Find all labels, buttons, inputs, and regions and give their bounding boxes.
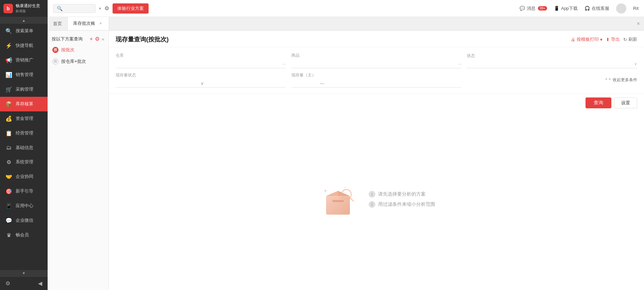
topbar: 🔍 ▾ ⚙ 体验行业方案 💬 消息 99+ 📱 App下载 🎧 在线客服 Rit: [48, 0, 644, 17]
finance-icon: 💰: [5, 115, 12, 122]
topbar-right: 💬 消息 99+ 📱 App下载 🎧 在线客服 Rit: [520, 3, 639, 14]
product-label: 商品: [291, 53, 462, 58]
inventory-icon: 📦: [5, 101, 12, 107]
scheme-dot-active: 按: [52, 47, 58, 53]
svg-marker-2: [338, 191, 350, 196]
sidebar-item-basic[interactable]: 🗂 基础信息: [0, 141, 48, 155]
message-badge: 99+: [538, 6, 547, 11]
sidebar-item-marketing[interactable]: 📢 营销推广: [0, 53, 48, 68]
warehouse-more-icon[interactable]: ···: [282, 61, 286, 67]
status-filter: 状态 ∨: [467, 53, 637, 68]
basic-icon: 🗂: [5, 145, 12, 151]
vip-icon: ♛: [5, 232, 12, 238]
sidebar-item-vip[interactable]: ♛ 畅会员: [0, 228, 48, 242]
inventory-qty-to[interactable]: [326, 81, 353, 86]
search-input[interactable]: [65, 6, 92, 11]
empty-step-2: 2 用过滤条件来缩小分析范围: [369, 201, 435, 208]
query-button[interactable]: 查询: [586, 97, 611, 108]
sidebar-item-inventory[interactable]: 📦 库存核算: [0, 97, 48, 111]
user-name[interactable]: Rit: [633, 6, 639, 11]
sidebar-item-search[interactable]: 🔍 搜索菜单: [0, 24, 48, 38]
product-input-wrapper[interactable]: ···: [291, 60, 462, 68]
sidebar-header: b 畅康通好生意 标准版: [0, 0, 48, 17]
print-template-button[interactable]: 🖨 按模板打印 ▾: [571, 36, 603, 42]
refresh-button[interactable]: ↻ 刷新: [623, 36, 637, 42]
collapse-scheme-icon[interactable]: «: [102, 36, 104, 42]
sidebar-item-sales[interactable]: 📊 销售管理: [0, 68, 48, 82]
settings-button[interactable]: 设置: [614, 97, 637, 108]
step-circle-1: 1: [369, 191, 375, 198]
sidebar-item-purchase[interactable]: 🛒 采购管理: [0, 82, 48, 97]
print-dropdown-icon[interactable]: ▾: [600, 37, 603, 42]
app-download-button[interactable]: 📱 App下载: [554, 5, 578, 12]
tab-close-icon[interactable]: ×: [98, 21, 103, 26]
message-icon: 💬: [520, 6, 525, 11]
svg-marker-1: [326, 191, 338, 196]
export-button[interactable]: ⬆ 导出: [606, 36, 620, 42]
scheme-item-by-warehouse-batch[interactable]: 按 按仓库+批次: [48, 56, 108, 67]
sidebar-item-operations[interactable]: 📋 经营管理: [0, 126, 48, 141]
settings-scheme-icon[interactable]: ⚙: [95, 36, 100, 42]
trial-button[interactable]: 体验行业方案: [113, 3, 149, 14]
collapse-filter-button[interactable]: ⌃⌃ 收起更多条件: [605, 76, 637, 84]
page-header-actions: 🖨 按模板打印 ▾ ⬆ 导出 ↻ 刷新: [571, 36, 637, 42]
tabs-bar: 首页 库存批次账 × ×: [48, 17, 644, 31]
warehouse-input-wrapper[interactable]: ···: [116, 60, 286, 68]
filter-row-2: 现存量状态 ∨ 现存量（主） —: [116, 72, 637, 88]
sidebar-item-newbie[interactable]: 🎯 新手引导: [0, 184, 48, 199]
svg-text:✦: ✦: [323, 188, 327, 194]
settings-footer-icon[interactable]: ⚙: [5, 280, 10, 287]
scheme-header-label: 按以下方案查询: [52, 36, 83, 42]
sidebar-item-enterprise[interactable]: 🤝 企业协同: [0, 169, 48, 184]
empty-state: ✦ ✦ 1 请先选择要分析的方案 2 用过滤条件来缩小分析范围: [109, 112, 644, 290]
search-box[interactable]: 🔍: [53, 4, 96, 13]
sidebar-scroll-down[interactable]: ▼: [0, 270, 48, 276]
operations-icon: 📋: [5, 130, 12, 137]
status-input-wrapper[interactable]: ∨: [467, 60, 637, 68]
scheme-dot-inactive: 按: [52, 58, 58, 65]
inventory-qty-from[interactable]: [291, 81, 319, 86]
user-avatar[interactable]: [616, 3, 626, 14]
tab-home[interactable]: 首页: [48, 17, 68, 30]
right-main-panel: 现存量查询(按批次) 🖨 按模板打印 ▾ ⬆ 导出 ↻ 刷新: [109, 31, 644, 290]
sidebar-item-finance[interactable]: 💰 资金管理: [0, 111, 48, 126]
add-scheme-icon[interactable]: +: [90, 36, 93, 42]
inventory-qty-label: 现存量（主）: [291, 72, 462, 78]
sidebar-item-wechat[interactable]: 💬 企业微信: [0, 213, 48, 228]
scheme-panel-header: 按以下方案查询 + ⚙ «: [48, 34, 108, 44]
sidebar-scroll-up[interactable]: ▲: [0, 17, 48, 24]
search-chevron-icon[interactable]: ▾: [99, 6, 101, 11]
inventory-status-dropdown-icon[interactable]: ∨: [201, 81, 286, 86]
tab-global-close-icon[interactable]: ×: [633, 21, 644, 27]
message-button[interactable]: 💬 消息 99+: [520, 5, 547, 12]
warehouse-label: 仓库: [116, 53, 286, 58]
filter-area: 仓库 ··· 商品 ···: [109, 47, 644, 94]
purchase-icon: 🛒: [5, 86, 12, 93]
gear-icon[interactable]: ⚙: [104, 5, 109, 12]
headset-icon: 🎧: [584, 6, 590, 11]
inventory-status-label: 现存量状态: [116, 72, 286, 78]
sidebar-item-app-center[interactable]: 📱 应用中心: [0, 199, 48, 213]
svg-line-5: [350, 198, 353, 201]
product-more-icon[interactable]: ···: [458, 61, 462, 67]
online-service-button[interactable]: 🎧 在线客服: [584, 5, 609, 12]
tab-inventory-batch[interactable]: 库存批次账 ×: [68, 17, 109, 30]
warehouse-input[interactable]: [116, 61, 282, 67]
product-input[interactable]: [291, 61, 458, 67]
main-area: 🔍 ▾ ⚙ 体验行业方案 💬 消息 99+ 📱 App下载 🎧 在线客服 Rit: [48, 0, 644, 290]
sidebar-subtitle: 标准版: [16, 9, 40, 14]
status-input[interactable]: [467, 61, 634, 67]
inventory-status-select[interactable]: ∨: [116, 79, 286, 88]
status-dropdown-icon[interactable]: ∨: [634, 61, 637, 66]
page-header: 现存量查询(按批次) 🖨 按模板打印 ▾ ⬆ 导出 ↻ 刷新: [109, 31, 644, 47]
collapse-up-icon: ⌃⌃: [605, 78, 611, 83]
empty-step-1: 1 请先选择要分析的方案: [369, 191, 435, 198]
sidebar-item-system[interactable]: ⚙ 系统管理: [0, 155, 48, 169]
print-icon: 🖨: [571, 37, 575, 42]
status-label: 状态: [467, 53, 637, 59]
sidebar-item-quick-nav[interactable]: ⚡ 快捷导航: [0, 38, 48, 53]
scheme-item-by-batch[interactable]: 按 按批次: [48, 44, 108, 56]
app-center-icon: 📱: [5, 203, 12, 209]
sidebar: b 畅康通好生意 标准版 ▲ 🔍 搜索菜单 ⚡ 快捷导航 📢 营销推广 📊 销售…: [0, 0, 48, 290]
collapse-sidebar-icon[interactable]: ◀: [38, 280, 42, 287]
